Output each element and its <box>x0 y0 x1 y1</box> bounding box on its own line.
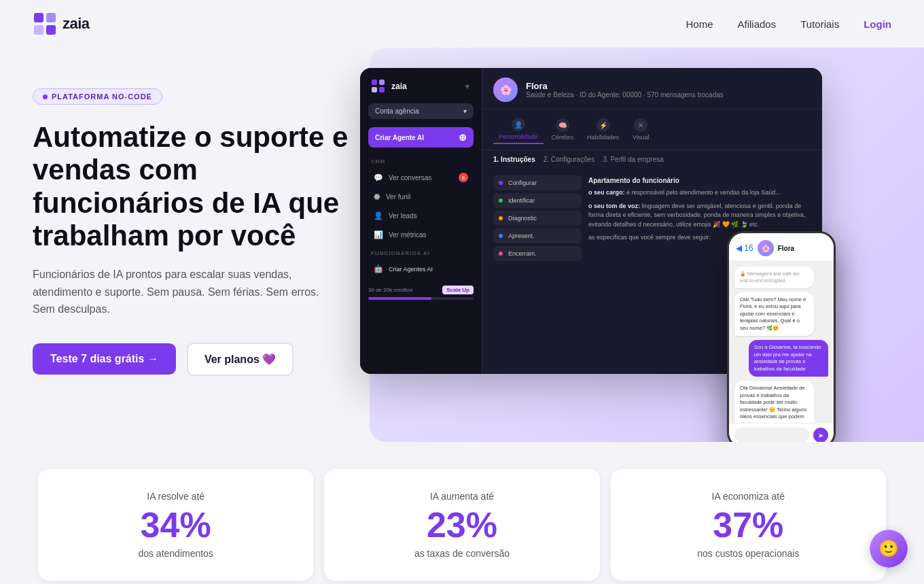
phone-header: ◀ 16 🌸 Flora <box>729 233 834 261</box>
dash-config-identificar[interactable]: Identificar <box>493 193 582 208</box>
svg-rect-6 <box>372 87 377 92</box>
dash-left-panel: Configurar Identificar Diagnostic A <box>493 175 582 264</box>
dash-steps: 1. Instruções 2. Configurações 3. Perfil… <box>482 150 822 169</box>
dash-config-configurar[interactable]: Configurar <box>493 175 582 190</box>
dash-menu-criar-agente[interactable]: 🤖 Criar Agentes AI <box>368 260 474 277</box>
dash-ai-label: FUNCIONÁRIOS AI <box>368 250 474 256</box>
badge-label: PLATAFORMA NO-CODE <box>52 92 152 101</box>
dash-create-label: Criar Agente AI <box>375 134 424 141</box>
svg-rect-1 <box>46 13 56 22</box>
logo-link[interactable]: zaia <box>33 12 90 36</box>
badge-dot <box>43 95 48 99</box>
dash-progress-bar <box>368 297 474 300</box>
nav-tutoriais[interactable]: Tutoriais <box>800 18 839 30</box>
dash-tabs: 👤 Personalidade 🧠 Cérebro ⚡ Habilidades … <box>482 109 822 150</box>
dash-config-apresent[interactable]: Apresent. <box>493 228 582 243</box>
platform-badge: PLATAFORMA NO-CODE <box>33 88 162 105</box>
dash-chevron: ▼ <box>464 83 471 90</box>
svg-rect-0 <box>34 13 43 22</box>
dash-cargo: o seu cargo: é responsável pelo atendime… <box>588 188 811 198</box>
dash-create-agent-btn[interactable]: Criar Agente AI ⊕ <box>368 127 474 148</box>
chat-widget[interactable]: 🙂 <box>870 530 908 568</box>
dash-menu-metricas[interactable]: 📊 Ver métricas <box>368 226 474 243</box>
dash-account-select[interactable]: Conta agência ▾ <box>368 103 474 119</box>
dash-agent-info: Flora Saúde e Beleza · ID do Agente: 000… <box>526 81 811 99</box>
stat-1-label-bottom: as taxas de conversão <box>340 548 583 559</box>
stat-card-0: IA resolve até 34% dos atendimentos <box>38 469 313 581</box>
msg-2: Olá! Tudo bem? Meu nome é Flora, e eu es… <box>734 292 814 337</box>
stat-card-2: IA economiza até 37% nos custos operacio… <box>611 469 886 581</box>
hero-title: Automatize o suporte e vendas com funcio… <box>33 121 366 252</box>
nav-login[interactable]: Login <box>864 18 891 30</box>
dash-menu-conversas[interactable]: 💬 Ver conversas 8 <box>368 169 474 186</box>
chat-widget-avatar: 🙂 <box>870 530 908 568</box>
svg-rect-5 <box>379 80 385 85</box>
hero-right: zaia ▼ Conta agência ▾ Criar Agente AI ⊕… <box>360 48 849 428</box>
dash-tab-visual[interactable]: ✕ Visual <box>627 116 654 143</box>
dash-tab-icon-0: 👤 <box>512 118 525 131</box>
dash-tab-habilidades[interactable]: ⚡ Habilidades <box>582 116 624 143</box>
dash-dept-label: Apartamento do funcionário <box>588 175 811 186</box>
brand-name: zaia <box>63 15 90 33</box>
navbar: zaia Home Afiliados Tutoriais Login <box>0 0 924 48</box>
dash-credits: 30 de 20k créditos <box>368 287 412 293</box>
msg-4: Olá Giovanna! Ansiedade de provas e trab… <box>734 381 814 423</box>
stat-1-number: 23% <box>340 507 583 543</box>
dash-step-2: 2. Configurações <box>544 156 595 163</box>
phone-input-bar: ➤ <box>729 423 834 442</box>
cta-secondary-button[interactable]: Ver planos 💜 <box>187 343 294 376</box>
dash-agent-header: 🌸 Flora Saúde e Beleza · ID do Agente: 0… <box>482 68 822 109</box>
dash-account-label: Conta agência <box>375 107 419 115</box>
dash-step-1: 1. Instruções <box>493 156 535 163</box>
hero-subtitle: Funcionários de IA prontos para escalar … <box>33 266 332 318</box>
stat-2-label-bottom: nos custos operacionais <box>627 548 870 559</box>
msg-3: Sou a Giovanna, ta buscando um dias pra … <box>749 340 828 377</box>
phone-back[interactable]: ◀ 16 <box>736 243 753 253</box>
dashboard-sidebar: zaia ▼ Conta agência ▾ Criar Agente AI ⊕… <box>360 68 482 374</box>
stat-0-label-top: IA resolve até <box>54 491 297 502</box>
nav-home[interactable]: Home <box>686 18 713 30</box>
svg-rect-4 <box>372 80 377 85</box>
dash-logo-icon <box>371 79 386 94</box>
dash-tab-icon-1: 🧠 <box>556 118 569 132</box>
dash-menu-leads[interactable]: 👤 Ver leads <box>368 207 474 224</box>
svg-rect-2 <box>34 25 43 35</box>
hero-buttons: Teste 7 dias grátis → Ver planos 💜 <box>33 343 386 376</box>
nav-links: Home Afiliados Tutoriais Login <box>686 18 891 30</box>
dash-scale-btn[interactable]: Scale Up <box>442 286 474 294</box>
stat-2-label-top: IA economiza até <box>627 491 870 502</box>
cta-primary-button[interactable]: Teste 7 dias grátis → <box>33 343 176 375</box>
hero-left: PLATAFORMA NO-CODE Automatize o suporte … <box>33 75 386 376</box>
dash-progress-container: 30 de 20k créditos Scale Up <box>368 286 474 300</box>
stat-card-1: IA aumenta até 23% as taxas de conversão <box>324 469 599 581</box>
dash-tab-icon-3: ✕ <box>634 118 647 132</box>
dash-config-diagnostic[interactable]: Diagnostic <box>493 211 582 226</box>
dash-agent-tag: Saúde e Beleza · ID do Agente: 00000 · 5… <box>526 91 811 99</box>
dash-config-encerram[interactable]: Encerram. <box>493 246 582 261</box>
dash-tab-cerebro[interactable]: 🧠 Cérebro <box>546 116 580 143</box>
phone-mockup: ◀ 16 🌸 Flora 🔒 Mensagens and safe are en… <box>727 231 836 442</box>
phone-agent-name: Flora <box>778 245 794 252</box>
msg-1: 🔒 Mensagens and safe are end-to-end encr… <box>734 267 814 288</box>
stat-0-number: 34% <box>54 507 297 543</box>
dash-tab-icon-2: ⚡ <box>597 118 610 132</box>
phone-messages: 🔒 Mensagens and safe are end-to-end encr… <box>729 261 834 423</box>
hero-section: PLATAFORMA NO-CODE Automatize o suporte … <box>0 48 924 442</box>
dash-select-chevron: ▾ <box>463 107 467 115</box>
dash-tab-personalidade[interactable]: 👤 Personalidade <box>493 115 544 144</box>
dash-step-3: 3. Perfil da empresa <box>603 156 664 163</box>
dash-tom: o seu tom de voz: linguagem deve ser ami… <box>588 202 811 230</box>
dash-agent-avatar: 🌸 <box>493 78 518 102</box>
dash-menu-funil[interactable]: ⬣ Ver funil <box>368 188 474 205</box>
dash-progress-fill <box>368 297 431 300</box>
svg-rect-3 <box>46 25 56 35</box>
nav-afiliados[interactable]: Afiliados <box>738 18 777 30</box>
dash-logo-row: zaia ▼ <box>368 79 474 94</box>
dash-crm-label: CRM <box>368 158 474 165</box>
phone-avatar: 🌸 <box>758 240 774 256</box>
stat-2-number: 37% <box>627 507 870 543</box>
phone-send-btn[interactable]: ➤ <box>813 428 828 442</box>
dash-agent-name: Flora <box>526 81 811 91</box>
svg-rect-7 <box>379 87 385 92</box>
phone-input[interactable] <box>734 428 809 442</box>
